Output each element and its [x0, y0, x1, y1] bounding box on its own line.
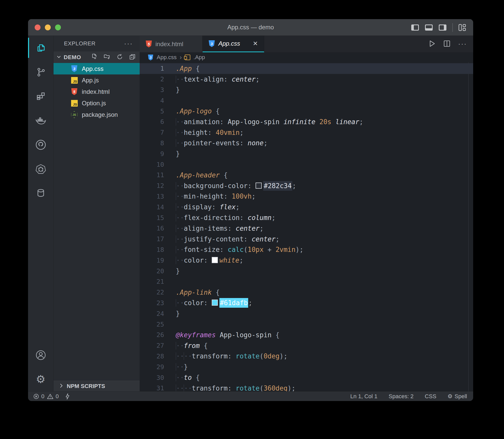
code-line-17[interactable]: 17··justify-content: center; — [140, 234, 473, 244]
title-bar[interactable]: App.css — demo — [28, 19, 473, 36]
code-line-3[interactable]: 3} — [140, 85, 473, 95]
code-line-24[interactable]: 24} — [140, 308, 473, 319]
more-actions-icon[interactable]: ··· — [458, 40, 467, 48]
code-line-30[interactable]: 30··to { — [140, 372, 473, 383]
activity-github[interactable] — [28, 133, 54, 157]
code-line-18[interactable]: 18··font-size: calc(10px + 2vmin); — [140, 244, 473, 255]
new-folder-icon[interactable] — [103, 53, 111, 61]
indentation[interactable]: Spaces: 2 — [389, 393, 414, 400]
line-number: 24 — [140, 310, 164, 317]
code-line-23[interactable]: 23··color: #61dafb; — [140, 298, 473, 308]
js-file-icon: JS — [71, 77, 78, 84]
run-icon[interactable] — [429, 40, 436, 48]
activity-database[interactable] — [28, 181, 54, 205]
code-line-28[interactable]: 28····transform: rotate(0deg); — [140, 351, 473, 362]
code-line-25[interactable]: 25 — [140, 319, 473, 330]
file-item-index-html[interactable]: 5index.html — [54, 86, 140, 97]
problems-warnings[interactable]: 0 — [47, 393, 59, 400]
chevron-right-icon — [58, 383, 64, 390]
activity-accounts[interactable] — [28, 343, 54, 367]
close-window-button[interactable] — [35, 24, 41, 30]
code-line-29[interactable]: 29··} — [140, 361, 473, 372]
github-icon — [35, 139, 46, 150]
css-file-icon: 3 — [71, 65, 77, 72]
line-number: 6 — [140, 118, 164, 125]
code-line-13[interactable]: 13··min-height: 100vh; — [140, 191, 473, 202]
code-line-22[interactable]: 22.App-link { — [140, 287, 473, 298]
code-line-2[interactable]: 2··text-align: center; — [140, 74, 473, 85]
line-number: 26 — [140, 331, 164, 339]
language-mode[interactable]: CSS — [425, 393, 436, 400]
collapse-folders-icon[interactable] — [129, 53, 136, 61]
refresh-icon[interactable] — [116, 53, 123, 61]
gear-icon: ⚙ — [36, 374, 46, 385]
breadcrumb-file[interactable]: App.css — [157, 54, 177, 61]
cursor-position[interactable]: Ln 1, Col 1 — [350, 393, 377, 400]
tab-index-html[interactable]: 5 index.html — [140, 36, 203, 52]
activity-extensions[interactable] — [28, 84, 54, 108]
code-line-20[interactable]: 20} — [140, 266, 473, 276]
code-line-26[interactable]: 26@keyframes App-logo-spin { — [140, 330, 473, 340]
toggle-secondary-sidebar-icon[interactable] — [439, 24, 447, 31]
code-line-11[interactable]: 11.App-header { — [140, 170, 473, 180]
code-line-5[interactable]: 5.App-logo { — [140, 106, 473, 117]
breadcrumb[interactable]: 3 App.css › .App — [140, 52, 473, 62]
toggle-primary-sidebar-icon[interactable] — [411, 24, 419, 31]
code-line-6[interactable]: 6··animation: App-logo-spin infinite 20s… — [140, 117, 473, 127]
kubernetes-icon — [35, 164, 46, 174]
activity-kubernetes[interactable] — [28, 157, 54, 181]
code-line-7[interactable]: 7··height: 40vmin; — [140, 127, 473, 138]
line-number: 25 — [140, 321, 164, 328]
code-line-15[interactable]: 15··flex-direction: column; — [140, 212, 473, 223]
folder-section-demo[interactable]: DEMO — [54, 51, 140, 63]
file-item-package-json[interactable]: JSpackage.json — [54, 109, 140, 120]
code-line-4[interactable]: 4 — [140, 95, 473, 106]
new-file-icon[interactable] — [91, 53, 98, 61]
line-number: 12 — [140, 182, 164, 189]
line-number: 21 — [140, 278, 164, 285]
split-editor-icon[interactable] — [443, 40, 450, 48]
minimize-window-button[interactable] — [45, 24, 51, 30]
code-line-31[interactable]: 31····transform: rotate(360deg); — [140, 383, 473, 391]
traffic-lights — [35, 19, 61, 36]
file-item-app-js[interactable]: JSApp.js — [54, 74, 140, 86]
code-line-19[interactable]: 19··color: white; — [140, 255, 473, 266]
database-icon — [36, 188, 46, 198]
line-number: 2 — [140, 75, 164, 83]
activity-explorer[interactable] — [28, 36, 54, 60]
code-line-21[interactable]: 21 — [140, 276, 473, 287]
activity-settings[interactable]: ⚙ — [28, 367, 54, 391]
activity-source-control[interactable] — [28, 60, 54, 84]
code-line-27[interactable]: 27··from { — [140, 340, 473, 351]
problems-errors[interactable]: 0 — [33, 393, 44, 400]
line-number: 11 — [140, 171, 164, 179]
code-line-16[interactable]: 16··align-items: center; — [140, 223, 473, 234]
npm-scripts-section[interactable]: NPM SCRIPTS — [54, 381, 140, 391]
code-line-10[interactable]: 10 — [140, 159, 473, 170]
zoom-window-button[interactable] — [55, 24, 61, 30]
code-line-8[interactable]: 8··pointer-events: none; — [140, 138, 473, 149]
toggle-panel-icon[interactable] — [425, 24, 433, 31]
status-bar: 0 0 Ln 1, Col 1 Spaces: 2 CSS ⚙ Spell — [28, 391, 473, 401]
code-line-9[interactable]: 9} — [140, 148, 473, 159]
code-line-1[interactable]: 1.App { — [140, 63, 473, 74]
code-line-12[interactable]: 12··background-color: #282c34; — [140, 180, 473, 191]
line-number: 23 — [140, 299, 164, 307]
lightning-icon[interactable] — [65, 393, 70, 400]
tab-app-css[interactable]: 3 App.css ✕ — [203, 36, 264, 52]
line-number: 18 — [140, 246, 164, 253]
js-file-icon: JS — [71, 100, 78, 107]
breadcrumb-symbol[interactable]: .App — [193, 54, 205, 61]
explorer-more-actions-icon[interactable]: ··· — [124, 40, 133, 48]
color-swatch — [212, 300, 218, 306]
customize-layout-icon[interactable] — [458, 24, 466, 31]
spell-checker[interactable]: ⚙ Spell — [447, 393, 467, 400]
code-line-14[interactable]: 14··display: flex; — [140, 202, 473, 212]
activity-docker[interactable] — [28, 108, 54, 133]
file-item-option-js[interactable]: JSOption.js — [54, 97, 140, 109]
close-tab-icon[interactable]: ✕ — [253, 40, 258, 47]
node-file-icon: JS — [71, 111, 78, 118]
code-editor[interactable]: 1.App {2··text-align: center;3}45.App-lo… — [140, 62, 473, 391]
file-item-app-css[interactable]: 3App.css — [54, 63, 140, 74]
line-number: 27 — [140, 342, 164, 349]
